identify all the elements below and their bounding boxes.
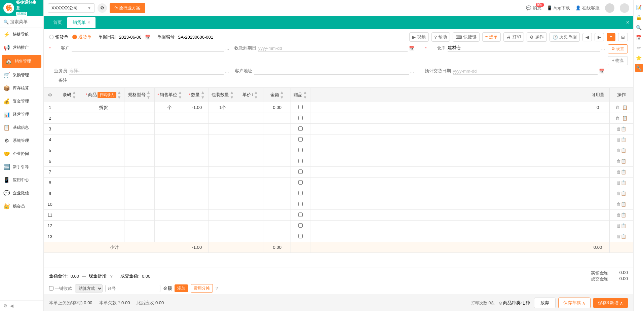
delete-icon[interactable]: 🗑 [616, 169, 621, 174]
delete-icon[interactable]: 🗑 [616, 212, 621, 218]
cell-unit[interactable] [154, 124, 185, 134]
add-button[interactable]: 添加 [175, 284, 188, 292]
calendar-icon-3[interactable]: 📅 [599, 69, 604, 74]
gift-checkbox[interactable] [298, 191, 303, 195]
note-input[interactable] [69, 77, 628, 84]
chevron-up-icon-2[interactable]: ∧ [620, 301, 623, 306]
tab-close-icon[interactable]: × [88, 20, 90, 25]
sidebar-item-enterprise[interactable]: 🤝 企业协同 [0, 147, 43, 160]
cell-pkgqty[interactable] [209, 188, 237, 199]
radio-sales[interactable]: 销货单 [49, 34, 68, 40]
payment-due-input[interactable]: yyyy-mm-dd [258, 44, 408, 52]
copy-icon[interactable]: 📋 [621, 202, 626, 207]
gift-checkbox[interactable] [298, 126, 303, 131]
cell-amount[interactable] [264, 221, 291, 231]
delete-icon[interactable]: 🗑 [616, 137, 621, 142]
cell-amount[interactable] [264, 113, 291, 124]
nav-next-button[interactable]: ▶ [595, 33, 604, 41]
settle-method-select[interactable]: 结算方式 [75, 284, 103, 293]
calendar-icon-2[interactable]: 📅 [409, 46, 414, 51]
cell-barcode[interactable] [56, 210, 83, 221]
delete-icon[interactable]: 🗑 [616, 148, 621, 153]
copy-icon[interactable]: 📋 [621, 234, 626, 239]
cell-spec[interactable] [124, 102, 154, 113]
cell-spec[interactable] [124, 210, 154, 221]
cell-barcode[interactable] [56, 113, 83, 124]
th-gift[interactable]: 赠品 ▲▼ [291, 88, 310, 102]
cell-pkgqty[interactable] [209, 113, 237, 124]
cell-spec[interactable] [124, 167, 154, 178]
help-icon-discount[interactable]: ? [110, 274, 113, 279]
cell-qty[interactable] [185, 210, 209, 221]
help-button[interactable]: ? 帮助 [431, 32, 450, 42]
th-product[interactable]: * 商品 扫码录入 ▲▼ [83, 88, 124, 102]
cell-remark[interactable] [310, 113, 586, 124]
sidebar-item-appstore[interactable]: 📱 应用中心 [0, 173, 43, 187]
th-spec[interactable]: 规格型号 ▲▼ [124, 88, 154, 102]
cell-amount[interactable]: 0.00 [264, 102, 291, 113]
view-list-button[interactable]: ≡ [607, 33, 615, 41]
cell-barcode[interactable] [56, 145, 83, 156]
address-input[interactable] [254, 67, 409, 75]
calendar-icon[interactable]: 📅 [145, 35, 150, 40]
print-button[interactable]: 🖨 打印 [503, 32, 524, 42]
cell-product[interactable] [83, 188, 124, 199]
cell-price[interactable] [237, 178, 264, 188]
chevron-up-icon[interactable]: ∧ [582, 301, 585, 306]
right-panel-btn-3[interactable]: 🔍 [635, 24, 643, 32]
copy-icon[interactable]: 📋 [621, 126, 626, 131]
delete-icon[interactable]: 🗑 [615, 105, 619, 110]
search-menu[interactable]: 🔍 搜索菜单 [0, 16, 43, 28]
cell-spec[interactable] [124, 156, 154, 167]
cell-barcode[interactable] [56, 124, 83, 134]
tab-sales-order[interactable]: 销货单 × [67, 17, 96, 28]
cell-remark[interactable] [310, 210, 586, 221]
cell-pkgqty[interactable] [209, 134, 237, 145]
cell-product[interactable] [83, 178, 124, 188]
cell-qty[interactable] [185, 178, 209, 188]
th-unit[interactable]: * 销售单位 ▲▼ [154, 88, 185, 102]
copy-icon[interactable]: 📋 [621, 180, 626, 185]
trial-button[interactable]: 体验行业方案 [110, 3, 145, 13]
cell-product[interactable] [83, 134, 124, 145]
cell-product[interactable] [83, 156, 124, 167]
cell-price[interactable] [237, 156, 264, 167]
cell-amount[interactable] [264, 145, 291, 156]
save-new-button[interactable]: 保存&新增 ∧ [593, 298, 628, 308]
cell-amount[interactable] [264, 188, 291, 199]
copy-icon[interactable]: 📋 [621, 191, 626, 196]
right-panel-btn-1[interactable]: 📝 [635, 3, 643, 11]
customer-dots[interactable]: ... [225, 46, 229, 51]
delete-icon[interactable]: 🗑 [616, 126, 621, 131]
cell-product[interactable]: 拆货 [83, 102, 124, 113]
cell-barcode[interactable] [56, 102, 83, 113]
sidebar-item-operations[interactable]: 📊 经营管理 [0, 108, 43, 121]
cell-qty[interactable] [185, 188, 209, 199]
cell-pkgqty[interactable] [209, 124, 237, 134]
cell-amount[interactable] [264, 167, 291, 178]
cell-spec[interactable] [124, 231, 154, 242]
cell-qty[interactable] [185, 113, 209, 124]
cell-remark[interactable] [310, 188, 586, 199]
right-panel-btn-4[interactable]: 📅 [635, 34, 643, 42]
copy-icon[interactable]: 📋 [622, 105, 628, 110]
operation-button[interactable]: ⚙ 操作 [527, 32, 547, 42]
cell-spec[interactable] [124, 134, 154, 145]
cell-price[interactable] [237, 113, 264, 124]
cell-unit[interactable] [154, 210, 185, 221]
cell-barcode[interactable] [56, 134, 83, 145]
app-download-button[interactable]: 📱 App下载 [547, 5, 570, 11]
cell-spec[interactable] [124, 113, 154, 124]
fee-button[interactable]: 费用分摊 [191, 284, 213, 293]
settings-button[interactable]: ⚙ 设置 [608, 44, 628, 53]
th-price[interactable]: 单价 ℹ ▲▼ [237, 88, 264, 102]
gift-checkbox[interactable] [298, 202, 303, 206]
cell-remark[interactable] [310, 124, 586, 134]
address-dots[interactable]: ... [410, 69, 414, 74]
delete-icon[interactable]: 🗑 [616, 159, 621, 164]
cell-spec[interactable] [124, 124, 154, 134]
cell-price[interactable] [237, 188, 264, 199]
th-barcode[interactable]: 条码 ▲▼ [56, 88, 83, 102]
sidebar-item-sales[interactable]: 🏠 销售管理 [2, 55, 41, 68]
price-info-icon[interactable]: ℹ [252, 93, 253, 97]
